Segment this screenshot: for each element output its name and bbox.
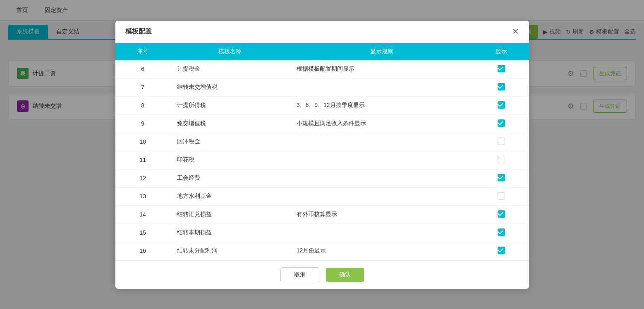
row-checkbox[interactable] (498, 119, 505, 127)
row-rule (290, 151, 474, 169)
row-checkbox[interactable] (498, 156, 505, 163)
row-name: 结转未交增值税 (170, 78, 290, 96)
row-checkbox-cell[interactable] (474, 205, 529, 223)
table-row: 6计提税金根据模板配置期间显示 (115, 60, 529, 78)
table-row: 12工会经费 (115, 169, 529, 187)
row-id: 8 (115, 96, 170, 114)
col-header-id: 序号 (115, 43, 170, 60)
row-name: 结转汇兑损益 (170, 205, 290, 223)
row-id: 10 (115, 133, 170, 151)
row-rule (290, 169, 474, 187)
col-header-name: 模板名称 (170, 43, 290, 60)
table-row: 9免交增值税小规模且满足收入条件显示 (115, 114, 529, 133)
row-checkbox[interactable] (498, 138, 505, 145)
table-body: 6计提税金根据模板配置期间显示7结转未交增值税8计提所得税3、6、9、12月按季… (115, 60, 529, 260)
table-row: 15结转本期损益 (115, 223, 529, 242)
table-row: 11印花税 (115, 151, 529, 169)
template-config-modal: 模板配置 ✕ 序号 模板名称 显示规则 显示 6计提税金根据模板配置期间显示7结… (115, 21, 529, 289)
modal-close-button[interactable]: ✕ (512, 27, 519, 36)
row-id: 6 (115, 60, 170, 78)
row-rule: 3、6、9、12月按季度显示 (290, 96, 474, 114)
modal-table-container: 序号 模板名称 显示规则 显示 6计提税金根据模板配置期间显示7结转未交增值税8… (115, 43, 529, 260)
row-id: 9 (115, 114, 170, 133)
table-row: 16结转未分配利润12月份显示 (115, 242, 529, 260)
row-checkbox-cell[interactable] (474, 169, 529, 187)
row-id: 14 (115, 205, 170, 223)
col-header-display: 显示 (474, 43, 529, 60)
row-checkbox[interactable] (498, 101, 505, 109)
row-checkbox-cell[interactable] (474, 223, 529, 242)
row-checkbox[interactable] (498, 192, 505, 200)
row-id: 13 (115, 187, 170, 205)
row-rule (290, 133, 474, 151)
row-checkbox[interactable] (498, 65, 505, 72)
row-checkbox-cell[interactable] (474, 187, 529, 205)
confirm-button[interactable]: 确认 (326, 268, 364, 282)
row-id: 11 (115, 151, 170, 169)
row-rule (290, 223, 474, 242)
table-row: 8计提所得税3、6、9、12月按季度显示 (115, 96, 529, 114)
row-rule (290, 78, 474, 96)
row-name: 计提税金 (170, 60, 290, 78)
row-name: 计提所得税 (170, 96, 290, 114)
table-row: 14结转汇兑损益有外币核算显示 (115, 205, 529, 223)
table-header-row: 序号 模板名称 显示规则 显示 (115, 43, 529, 60)
row-checkbox-cell[interactable] (474, 96, 529, 114)
row-id: 12 (115, 169, 170, 187)
row-checkbox-cell[interactable] (474, 151, 529, 169)
table-row: 10回冲税金 (115, 133, 529, 151)
row-name: 回冲税金 (170, 133, 290, 151)
row-checkbox-cell[interactable] (474, 242, 529, 260)
modal-header: 模板配置 ✕ (115, 21, 529, 43)
row-checkbox[interactable] (498, 83, 505, 90)
row-id: 7 (115, 78, 170, 96)
row-checkbox-cell[interactable] (474, 78, 529, 96)
row-rule: 12月份显示 (290, 242, 474, 260)
row-checkbox[interactable] (498, 228, 505, 236)
row-id: 16 (115, 242, 170, 260)
row-id: 15 (115, 223, 170, 242)
row-checkbox-cell[interactable] (474, 114, 529, 133)
row-checkbox[interactable] (498, 174, 505, 181)
modal-footer: 取消 确认 (115, 260, 529, 289)
table-row: 13地方水利基金 (115, 187, 529, 205)
row-name: 结转本期损益 (170, 223, 290, 242)
row-name: 免交增值税 (170, 114, 290, 133)
modal-overlay: 模板配置 ✕ 序号 模板名称 显示规则 显示 6计提税金根据模板配置期间显示7结… (0, 0, 644, 309)
row-name: 工会经费 (170, 169, 290, 187)
row-rule: 有外币核算显示 (290, 205, 474, 223)
table-row: 7结转未交增值税 (115, 78, 529, 96)
cancel-button[interactable]: 取消 (280, 267, 319, 282)
row-checkbox-cell[interactable] (474, 60, 529, 78)
modal-title: 模板配置 (125, 27, 152, 36)
row-checkbox[interactable] (498, 247, 505, 254)
row-name: 地方水利基金 (170, 187, 290, 205)
row-name: 印花税 (170, 151, 290, 169)
row-name: 结转未分配利润 (170, 242, 290, 260)
row-rule: 根据模板配置期间显示 (290, 60, 474, 78)
row-checkbox[interactable] (498, 210, 505, 218)
row-checkbox-cell[interactable] (474, 133, 529, 151)
config-table: 序号 模板名称 显示规则 显示 6计提税金根据模板配置期间显示7结转未交增值税8… (115, 43, 529, 260)
row-rule: 小规模且满足收入条件显示 (290, 114, 474, 133)
row-rule (290, 187, 474, 205)
col-header-rule: 显示规则 (290, 43, 474, 60)
